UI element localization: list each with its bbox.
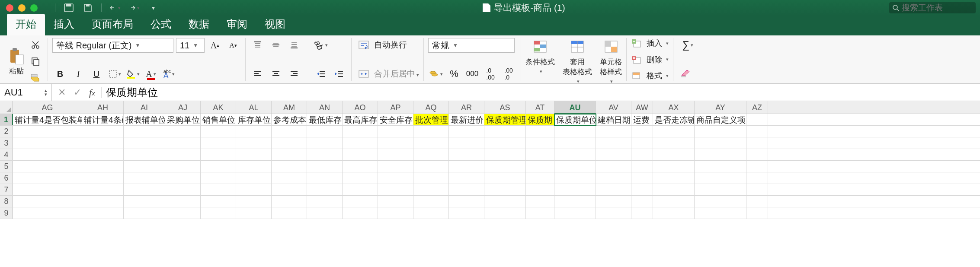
col-header-AV[interactable]: AV — [596, 101, 631, 114]
cell[interactable] — [13, 161, 82, 172]
cell[interactable] — [413, 137, 449, 149]
cell[interactable] — [596, 172, 631, 184]
increase-decimal-button[interactable]: .0.00 — [483, 67, 498, 81]
underline-button[interactable]: U — [89, 67, 104, 81]
tab-审阅[interactable]: 审阅 — [218, 14, 256, 35]
col-header-AQ[interactable]: AQ — [413, 101, 449, 114]
cell[interactable] — [653, 137, 695, 149]
cell[interactable]: 最新进价 — [449, 114, 484, 125]
cell[interactable] — [484, 172, 526, 184]
cell[interactable] — [307, 184, 343, 195]
cell[interactable]: 运费 — [631, 114, 653, 125]
cell[interactable] — [526, 161, 554, 172]
cell[interactable] — [746, 149, 768, 160]
cell[interactable] — [526, 184, 554, 195]
col-header-AS[interactable]: AS — [484, 101, 526, 114]
cell[interactable] — [236, 137, 272, 149]
cell[interactable] — [307, 161, 343, 172]
minimize-window-button[interactable] — [18, 4, 26, 12]
enter-formula-icon[interactable]: ✓ — [74, 87, 81, 98]
cell[interactable] — [449, 126, 484, 137]
cell[interactable] — [631, 149, 653, 160]
cell[interactable] — [124, 172, 165, 184]
cell[interactable] — [449, 137, 484, 149]
cell[interactable] — [343, 184, 378, 195]
cell-styles-button[interactable]: 单元格 格样式 — [600, 38, 622, 84]
cell[interactable] — [201, 207, 236, 219]
row-header-4[interactable]: 4 — [0, 149, 13, 160]
save-icon[interactable] — [82, 3, 93, 13]
tab-公式[interactable]: 公式 — [142, 14, 180, 35]
col-header-AU[interactable]: AU — [554, 101, 596, 114]
autosave-icon[interactable] — [63, 3, 74, 13]
search-sheet-box[interactable] — [889, 2, 976, 13]
col-header-AH[interactable]: AH — [82, 101, 124, 114]
col-header-AZ[interactable]: AZ — [746, 101, 768, 114]
cell[interactable] — [653, 184, 695, 195]
cell[interactable] — [554, 172, 596, 184]
currency-button[interactable] — [428, 67, 444, 81]
cell[interactable] — [631, 184, 653, 195]
merge-center-icon[interactable] — [356, 67, 372, 81]
cell[interactable] — [272, 161, 307, 172]
redo-button[interactable] — [128, 3, 140, 13]
cell[interactable]: 销售单位 — [201, 114, 236, 125]
cell[interactable] — [526, 196, 554, 207]
cell[interactable] — [82, 207, 124, 219]
cell[interactable] — [201, 172, 236, 184]
cell[interactable] — [746, 126, 768, 137]
cell[interactable] — [378, 184, 413, 195]
cell[interactable]: 库存单位 — [236, 114, 272, 125]
cell[interactable] — [695, 184, 746, 195]
cell[interactable] — [554, 161, 596, 172]
orientation-button[interactable]: ab — [313, 38, 329, 52]
cell[interactable]: 采购单位 — [165, 114, 201, 125]
increase-font-button[interactable]: A▴ — [207, 38, 223, 52]
cell[interactable]: 最低库存 — [307, 114, 343, 125]
cell[interactable] — [746, 137, 768, 149]
qat-customize-icon[interactable]: ▾ — [147, 3, 159, 13]
cell[interactable] — [82, 149, 124, 160]
percent-button[interactable]: % — [446, 67, 462, 81]
align-center-button[interactable] — [268, 67, 284, 81]
cell[interactable] — [343, 149, 378, 160]
cell[interactable]: 保质期单位 — [554, 114, 596, 125]
cell[interactable] — [631, 196, 653, 207]
col-header-AT[interactable]: AT — [526, 101, 554, 114]
wrap-text-icon[interactable] — [356, 38, 372, 52]
copy-button[interactable] — [28, 54, 43, 68]
cell[interactable] — [272, 184, 307, 195]
cell[interactable]: 商品自定义项 — [695, 114, 746, 125]
cell[interactable] — [746, 161, 768, 172]
cell[interactable] — [413, 207, 449, 219]
row-header-6[interactable]: 6 — [0, 172, 13, 184]
wrap-text-label[interactable]: 自动换行 — [374, 39, 407, 51]
cell[interactable] — [124, 137, 165, 149]
cell[interactable] — [124, 161, 165, 172]
increase-indent-button[interactable] — [331, 67, 347, 81]
cell[interactable] — [378, 196, 413, 207]
cell[interactable] — [526, 137, 554, 149]
cell[interactable] — [165, 126, 201, 137]
bold-button[interactable]: B — [52, 67, 68, 81]
cell[interactable] — [236, 149, 272, 160]
tab-插入[interactable]: 插入 — [45, 14, 83, 35]
number-format-combo[interactable]: 常规▼ — [428, 38, 515, 53]
cell[interactable] — [631, 126, 653, 137]
cell[interactable] — [653, 126, 695, 137]
format-cells-button[interactable]: 格式 — [631, 70, 669, 81]
cell[interactable] — [236, 196, 272, 207]
col-header-AM[interactable]: AM — [272, 101, 307, 114]
cell[interactable] — [413, 149, 449, 160]
cell[interactable] — [484, 196, 526, 207]
cell[interactable] — [484, 161, 526, 172]
cell[interactable] — [484, 149, 526, 160]
cell[interactable] — [343, 172, 378, 184]
cell[interactable] — [272, 207, 307, 219]
cell[interactable] — [449, 184, 484, 195]
cell[interactable] — [82, 184, 124, 195]
cell[interactable] — [13, 172, 82, 184]
cell[interactable] — [631, 161, 653, 172]
cell[interactable] — [526, 149, 554, 160]
cell[interactable]: 辅计量4条码 — [82, 114, 124, 125]
